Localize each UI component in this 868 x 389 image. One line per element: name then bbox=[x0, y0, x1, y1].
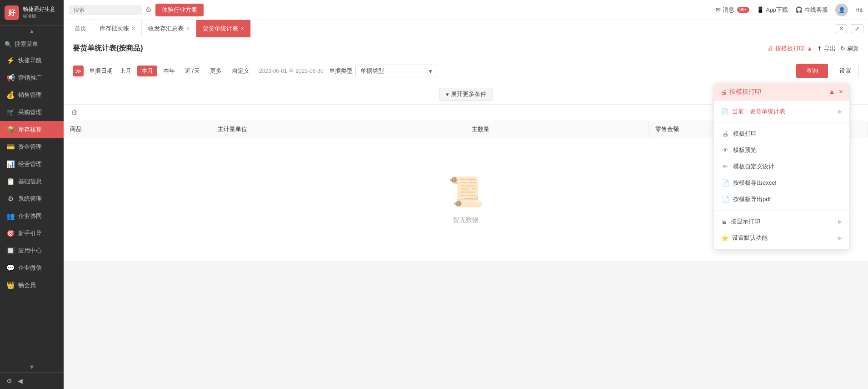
sidebar-item-label: 畅会员 bbox=[18, 281, 36, 289]
app-logo-icon: 好 bbox=[5, 5, 19, 20]
tab-close-all-btn[interactable]: × bbox=[836, 24, 847, 33]
app-download-item[interactable]: 📱 App下载 bbox=[757, 6, 788, 14]
dropdown-expand-btn[interactable]: ▲ bbox=[829, 88, 835, 96]
dropdown-items-section: 🖨 模板打印 👁 模板预览 ✏ 模板自定义设计 📄 按模板导出excel 📄 bbox=[714, 123, 849, 211]
tab-order-summary[interactable]: 要货单统计表 × bbox=[196, 20, 251, 37]
date-option-current-month[interactable]: 本月 bbox=[137, 66, 157, 76]
sidebar-item-business[interactable]: 📊 经营管理 bbox=[0, 156, 64, 173]
sidebar-scroll-down[interactable]: ▼ bbox=[0, 362, 64, 372]
printer-icon-header: 🖨 bbox=[720, 88, 727, 96]
table-settings-btn[interactable]: ⚙ bbox=[71, 108, 77, 117]
date-options: 上月 本月 本年 近7天 更多 自定义 bbox=[115, 66, 254, 76]
message-icon: ✉ bbox=[716, 6, 721, 13]
filter-area: ≫ 单据日期 上月 本月 本年 近7天 更多 自定义 2023-06-01 至 … bbox=[64, 58, 868, 84]
dropdown-item-export-excel[interactable]: 📄 按模板导出excel bbox=[714, 175, 849, 191]
page-title: 要货单统计表(按商品) bbox=[73, 44, 143, 53]
sidebar-item-appstore[interactable]: 🔲 应用中心 bbox=[0, 242, 64, 259]
tab-home[interactable]: 首页 bbox=[68, 20, 93, 37]
template-custom-label: 模板自定义设计 bbox=[733, 162, 774, 171]
sidebar-item-marketing[interactable]: 📢 营销推广 bbox=[0, 69, 64, 86]
avatar-icon: 👤 bbox=[838, 7, 845, 13]
tab-expand-btn[interactable]: ⤢ bbox=[851, 24, 863, 33]
export-excel-icon: 📄 bbox=[721, 179, 729, 187]
sidebar-collapse-icon[interactable]: ◀ bbox=[18, 377, 23, 384]
date-option-more[interactable]: 更多 bbox=[206, 66, 226, 76]
filter-settings-btn[interactable]: 设置 bbox=[832, 64, 859, 78]
tab-receipt-summary-label: 收发存汇总表 bbox=[148, 25, 184, 33]
sidebar-item-inventory[interactable]: 📦 库存核算 bbox=[0, 121, 64, 138]
empty-icon: 📜 bbox=[448, 175, 484, 209]
dropdown-set-default[interactable]: ⭐ 设置默认功能 ▶ bbox=[714, 230, 849, 246]
marketing-icon: 📢 bbox=[6, 74, 15, 82]
sidebar-item-label: 企业协同 bbox=[18, 212, 42, 220]
template-preview-icon: 👁 bbox=[721, 147, 729, 154]
sidebar-settings-icon[interactable]: ⚙ bbox=[6, 377, 12, 384]
date-option-current-year[interactable]: 本年 bbox=[159, 66, 179, 76]
industry-btn[interactable]: 体验行业方案 bbox=[155, 4, 204, 16]
dropdown-close-btn[interactable]: × bbox=[839, 88, 843, 96]
date-option-prev-month[interactable]: 上月 bbox=[115, 66, 135, 76]
chevron-down-icon: ▾ bbox=[429, 68, 432, 75]
sidebar-search-item[interactable]: 🔍 搜索菜单 bbox=[0, 36, 64, 52]
dropdown-current-item[interactable]: 📄 当前：要货单统计表 ▶ bbox=[714, 103, 849, 120]
sidebar-item-sales[interactable]: 💰 销售管理 bbox=[0, 86, 64, 104]
dropdown-item-export-pdf[interactable]: 📄 按模板导出pdf bbox=[714, 191, 849, 207]
sidebar-item-collab[interactable]: 👥 企业协同 bbox=[0, 207, 64, 225]
dropdown-current-section: 📄 当前：要货单统计表 ▶ bbox=[714, 101, 849, 123]
user-avatar[interactable]: 👤 bbox=[835, 4, 848, 16]
topbar-search-input[interactable] bbox=[69, 5, 142, 15]
app-name-block: 畅捷通好生意 标准版 bbox=[23, 6, 55, 20]
date-range-display: 2023-06-01 至 2023-06-30 bbox=[259, 67, 323, 75]
refresh-btn[interactable]: ↻ 刷新 bbox=[840, 45, 859, 53]
app-edition: 标准版 bbox=[23, 13, 55, 20]
dropdown-item-template-preview[interactable]: 👁 模板预览 bbox=[714, 142, 849, 158]
display-print-label: 按显示打印 bbox=[731, 217, 760, 226]
wechat-icon: 💬 bbox=[6, 264, 15, 272]
sidebar-search-label: 搜索菜单 bbox=[15, 40, 38, 48]
sidebar-item-quick-nav[interactable]: ⚡ 快捷导航 bbox=[0, 52, 64, 69]
sidebar-item-guide[interactable]: 🎯 新手引导 bbox=[0, 225, 64, 242]
template-print-btn[interactable]: 🖨 按模板打印 ▲ bbox=[768, 45, 813, 53]
chevron-up-icon: ▲ bbox=[807, 45, 813, 52]
sidebar-item-finance[interactable]: 💳 资金管理 bbox=[0, 138, 64, 156]
export-btn[interactable]: ⬆ 导出 bbox=[817, 45, 836, 53]
tab-batch-account-label: 库存批次账 bbox=[100, 25, 129, 33]
dropdown-display-print[interactable]: 🖥 按显示打印 ▶ bbox=[714, 213, 849, 230]
app-name: 畅捷通好生意 bbox=[23, 6, 55, 13]
set-default-arrow: ▶ bbox=[838, 235, 842, 241]
date-option-last7days[interactable]: 近7天 bbox=[181, 66, 204, 76]
topbar-right: ✉ 消息 99+ 📱 App下载 🎧 在线客服 👤 Rit bbox=[716, 4, 863, 16]
sidebar-item-member[interactable]: 👑 畅会员 bbox=[0, 277, 64, 294]
tab-order-summary-close[interactable]: × bbox=[241, 25, 244, 32]
expand-more-icon: ▾ bbox=[446, 91, 449, 98]
filter-toggle-btn[interactable]: ≫ bbox=[73, 66, 84, 76]
date-option-custom[interactable]: 自定义 bbox=[228, 66, 254, 76]
dropdown-item-template-custom[interactable]: ✏ 模板自定义设计 bbox=[714, 158, 849, 175]
message-item[interactable]: ✉ 消息 99+ bbox=[716, 6, 749, 14]
tab-receipt-summary-close[interactable]: × bbox=[186, 25, 190, 32]
order-type-select[interactable]: 单据类型 ▾ bbox=[355, 65, 437, 77]
order-type-filter-group: 单据类型 单据类型 ▾ bbox=[329, 65, 437, 77]
page-header: 要货单统计表(按商品) 🖨 按模板打印 ▲ ⬆ 导出 ↻ 刷新 bbox=[64, 37, 868, 58]
tab-receipt-summary[interactable]: 收发存汇总表 × bbox=[142, 20, 196, 37]
query-btn[interactable]: 查询 bbox=[796, 64, 828, 78]
tab-batch-account[interactable]: 库存批次账 × bbox=[93, 20, 142, 37]
dropdown-sections-arrow: 🖥 按显示打印 ▶ ⭐ 设置默认功能 ▶ bbox=[714, 211, 849, 249]
online-service-item[interactable]: 🎧 在线客服 bbox=[795, 6, 828, 14]
topbar-gear-icon[interactable]: ⚙ bbox=[145, 5, 152, 14]
headset-icon: 🎧 bbox=[795, 6, 803, 13]
sidebar-scroll-up[interactable]: ▲ bbox=[0, 26, 64, 36]
sidebar-item-label: 库存核算 bbox=[18, 126, 42, 134]
dropdown-item-template-print[interactable]: 🖨 模板打印 bbox=[714, 126, 849, 142]
col-header-unit: 主计量单位 bbox=[211, 121, 465, 138]
template-print-dropdown: 🖨 按模板打印 ▲ × 📄 当前：要货单统计表 ▶ bbox=[713, 83, 850, 250]
template-print-label: 按模板打印 bbox=[775, 45, 805, 53]
sidebar-item-basic[interactable]: 📋 基础信息 bbox=[0, 173, 64, 190]
expand-more-btn[interactable]: ▾ 展开更多条件 bbox=[439, 88, 493, 101]
message-badge: 99+ bbox=[737, 7, 749, 13]
sidebar-item-wechat[interactable]: 💬 企业微信 bbox=[0, 259, 64, 277]
tab-batch-account-close[interactable]: × bbox=[132, 25, 135, 32]
sidebar-item-system[interactable]: ⚙ 系统管理 bbox=[0, 190, 64, 207]
tab-order-summary-label: 要货单统计表 bbox=[203, 25, 238, 33]
sidebar-item-purchase[interactable]: 🛒 采购管理 bbox=[0, 104, 64, 121]
